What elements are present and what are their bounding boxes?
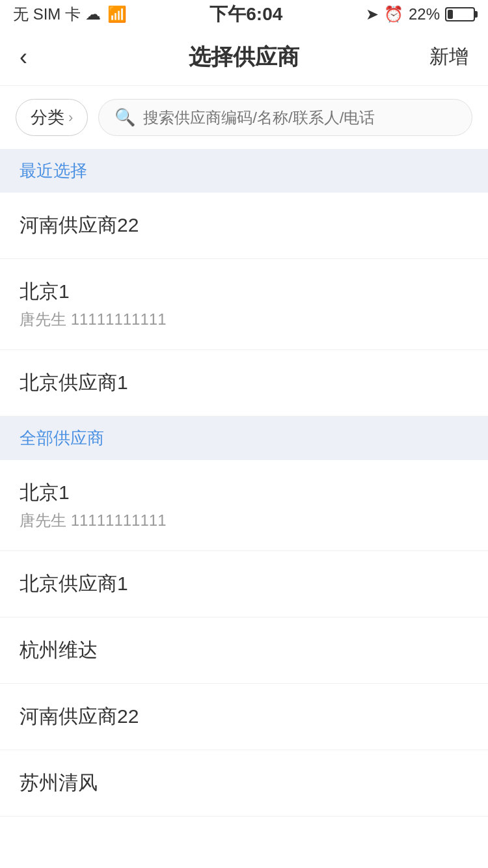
filter-bar: 分类 › 🔍 — [0, 86, 488, 149]
item-name: 杭州维达 — [20, 637, 468, 664]
section-header-recent: 最近选择 — [0, 149, 488, 193]
list-item[interactable]: 苏州清风 — [0, 750, 488, 817]
status-time: 下午6:04 — [210, 2, 282, 27]
list-item[interactable]: 河南供应商22 — [0, 684, 488, 750]
nav-bar: ‹ 选择供应商 新增 — [0, 29, 488, 86]
status-bar: 无 SIM 卡 ☁ 📶 下午6:04 ➤ ⏰ 22% — [0, 0, 488, 29]
list-item[interactable]: 北京供应商1 — [0, 551, 488, 617]
battery-icon — [445, 7, 475, 21]
wifi-icon: 📶 — [107, 5, 127, 23]
status-left: 无 SIM 卡 ☁ 📶 — [13, 4, 127, 25]
add-button[interactable]: 新增 — [429, 44, 468, 70]
category-button[interactable]: 分类 › — [16, 99, 88, 136]
list-item[interactable]: 杭州维达 — [0, 617, 488, 684]
item-name: 北京1 — [20, 480, 468, 506]
section-title-all: 全部供应商 — [20, 428, 104, 448]
search-box[interactable]: 🔍 — [98, 99, 472, 136]
sections-container: 最近选择河南供应商22北京1唐先生 11111111111北京供应商1全部供应商… — [0, 149, 488, 817]
location-icon: ➤ — [366, 5, 379, 23]
search-icon: 🔍 — [115, 107, 135, 128]
sim-label: 无 SIM 卡 ☁ — [13, 4, 101, 25]
back-button[interactable]: ‹ — [20, 44, 59, 71]
item-name: 河南供应商22 — [20, 212, 468, 239]
item-sub: 唐先生 11111111111 — [20, 309, 468, 330]
list-item[interactable]: 北京供应商1 — [0, 350, 488, 416]
list-item[interactable]: 北京1唐先生 11111111111 — [0, 460, 488, 551]
section-title-recent: 最近选择 — [20, 161, 87, 180]
list-item[interactable]: 河南供应商22 — [0, 193, 488, 259]
battery-percent: 22% — [409, 5, 440, 23]
section-header-all: 全部供应商 — [0, 416, 488, 460]
category-label: 分类 — [31, 106, 64, 129]
status-right: ➤ ⏰ 22% — [366, 5, 475, 23]
item-sub: 唐先生 11111111111 — [20, 510, 468, 531]
item-name: 河南供应商22 — [20, 703, 468, 730]
page-title: 选择供应商 — [189, 42, 299, 72]
item-name: 苏州清风 — [20, 770, 468, 796]
item-name: 北京供应商1 — [20, 370, 468, 396]
list-item[interactable]: 北京1唐先生 11111111111 — [0, 259, 488, 350]
alarm-icon: ⏰ — [384, 5, 403, 23]
chevron-right-icon: › — [68, 109, 73, 126]
search-input[interactable] — [143, 109, 456, 127]
item-name: 北京供应商1 — [20, 571, 468, 597]
item-name: 北京1 — [20, 278, 468, 305]
